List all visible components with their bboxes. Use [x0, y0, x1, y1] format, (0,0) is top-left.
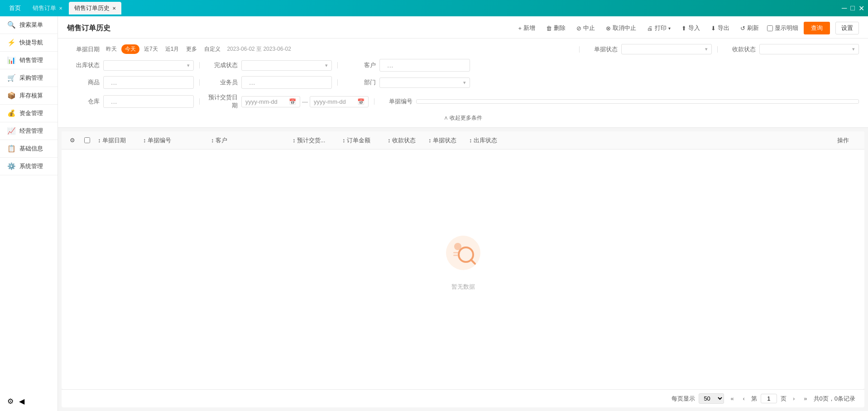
divider-1	[579, 46, 580, 53]
goods-label: 商品	[67, 78, 103, 87]
salesman-dots[interactable]: ...	[249, 78, 255, 87]
date-range-display: 2023-06-02 至 2023-06-02	[227, 45, 291, 53]
page-input[interactable]	[761, 394, 777, 403]
add-button[interactable]: + 新增	[515, 22, 538, 34]
sidebar-item-quick-nav[interactable]: ⚡ 快捷导航	[0, 34, 58, 52]
sidebar-item-finance[interactable]: 💰 资金管理	[0, 105, 58, 122]
sidebar-item-base-info[interactable]: 📋 基础信息	[0, 140, 58, 158]
page-size-label: 每页显示	[671, 395, 695, 403]
collapse-label: ∧ 收起更多条件	[444, 114, 482, 122]
print-button[interactable]: 🖨 打印 ▾	[644, 22, 673, 34]
svg-rect-5	[453, 255, 458, 256]
last-page-btn[interactable]: »	[801, 394, 810, 403]
calendar-icon-1: 📅	[289, 98, 296, 105]
th-date[interactable]: ↕ 单据日期	[94, 136, 139, 145]
th-payment[interactable]: ↕ 收款状态	[384, 136, 425, 145]
stop-button[interactable]: ⊘ 中止	[574, 22, 598, 34]
window-close-btn[interactable]: ✕	[858, 4, 864, 13]
delivery-date-start[interactable]: yyyy-mm-dd 📅	[241, 96, 300, 107]
th-num[interactable]: ↕ 单据编号	[139, 136, 207, 145]
delivery-date-end[interactable]: yyyy-mm-dd 📅	[310, 96, 369, 107]
tab-sales-order-history[interactable]: 销售订单历史 ✕	[69, 2, 121, 15]
minimize-btn[interactable]: ─	[842, 4, 847, 12]
delete-button[interactable]: 🗑 删除	[543, 22, 568, 34]
sidebar-settings-icon[interactable]: ⚙	[7, 397, 14, 406]
sidebar-item-purchase-label: 采购管理	[19, 74, 43, 82]
sidebar-item-sales-label: 销售管理	[19, 56, 43, 64]
th-warehouse-status[interactable]: ↕ 出库状态	[465, 136, 511, 145]
date-btn-custom[interactable]: 自定义	[201, 44, 223, 54]
cancel-stop-button[interactable]: ⊗ 取消中止	[603, 22, 639, 34]
sidebar-item-system[interactable]: ⚙️ 系统管理	[0, 158, 58, 175]
th-delivery[interactable]: ↕ 预计交货...	[289, 136, 339, 145]
doc-status-label: 单据状态	[585, 45, 621, 53]
divider-2	[717, 46, 718, 53]
page-title: 销售订单历史	[67, 24, 110, 33]
setting-button[interactable]: 设置	[835, 22, 859, 34]
import-button[interactable]: ⬆ 导入	[679, 22, 703, 34]
th-amount[interactable]: ↕ 订单金额	[339, 136, 384, 145]
svg-rect-4	[453, 252, 460, 253]
first-page-btn[interactable]: «	[728, 394, 736, 403]
salesman-input[interactable]: ...	[241, 76, 332, 89]
select-all-checkbox[interactable]	[84, 137, 90, 143]
goods-input[interactable]: ...	[103, 76, 194, 89]
delivery-date-start-placeholder: yyyy-mm-dd	[245, 98, 278, 105]
maximize-btn[interactable]: □	[850, 4, 855, 12]
customer-label: 客户	[343, 61, 379, 69]
date-btn-today[interactable]: 今天	[121, 44, 139, 54]
th-doc-status[interactable]: ↕ 单据状态	[425, 136, 465, 145]
sidebar-item-purchase[interactable]: 🛒 采购管理	[0, 69, 58, 87]
payment-status-select[interactable]: ▾	[759, 44, 859, 54]
sidebar-item-inventory[interactable]: 📦 库存核算	[0, 87, 58, 105]
tab-home[interactable]: 首页	[4, 4, 26, 12]
salesman-label: 业务员	[205, 78, 241, 87]
refresh-button[interactable]: ↺ 刷新	[738, 22, 762, 34]
warehouse-out-select[interactable]: ▾	[103, 60, 194, 71]
tab-sales-order-close[interactable]: ✕	[59, 6, 62, 11]
doc-num-input[interactable]	[416, 99, 859, 104]
date-btn-7days[interactable]: 近7天	[141, 44, 161, 54]
customer-dots[interactable]: ...	[387, 61, 393, 69]
sidebar-item-operations[interactable]: 📈 经营管理	[0, 122, 58, 140]
show-detail-checkbox[interactable]: 显示明细	[767, 24, 798, 32]
warehouse-input[interactable]: ...	[103, 95, 194, 108]
prev-page-btn[interactable]: ‹	[740, 394, 748, 403]
date-btn-more[interactable]: 更多	[183, 44, 200, 54]
filter-area: 单据日期 昨天 今天 近7天 近1月 更多 自定义 2023-06-02 至 2…	[58, 39, 868, 128]
show-detail-input[interactable]	[767, 25, 773, 31]
system-icon: ⚙️	[7, 162, 16, 170]
tab-sales-order-history-close[interactable]: ✕	[112, 6, 116, 11]
divider-5	[199, 79, 200, 86]
page-label-pre: 第	[751, 395, 757, 403]
export-button[interactable]: ⬇ 导出	[708, 22, 732, 34]
toolbar: + 新增 🗑 删除 ⊘ 中止 ⊗ 取消中止 🖨 打印	[515, 22, 859, 34]
customer-input[interactable]: ...	[379, 59, 470, 72]
goods-dots[interactable]: ...	[111, 78, 117, 87]
page-size-select[interactable]: 50 10 20 100	[699, 393, 724, 404]
tab-sales-order-history-label: 销售订单历史	[74, 4, 110, 12]
query-button[interactable]: 查询	[804, 22, 830, 34]
complete-status-select[interactable]: ▾	[241, 60, 332, 71]
add-icon: +	[518, 25, 522, 32]
print-icon: 🖨	[647, 25, 653, 32]
collapse-button[interactable]: ∧ 收起更多条件	[67, 114, 859, 122]
date-btn-yesterday[interactable]: 昨天	[103, 44, 120, 54]
empty-text: 暂无数据	[451, 283, 475, 291]
department-select[interactable]: ▾	[379, 77, 470, 88]
th-customer[interactable]: ↕ 客户	[207, 136, 289, 145]
doc-status-select[interactable]: ▾	[621, 44, 712, 54]
divider-7	[199, 98, 200, 105]
tab-sales-order[interactable]: 销售订单 ✕	[27, 2, 68, 15]
warehouse-dots[interactable]: ...	[111, 97, 117, 106]
sidebar-item-search[interactable]: 🔍 搜索菜单	[0, 16, 58, 34]
next-page-btn[interactable]: ›	[790, 394, 797, 403]
date-btn-1month[interactable]: 近1月	[163, 44, 182, 54]
main-layout: 🔍 搜索菜单 ⚡ 快捷导航 📊 销售管理 🛒 采购管理 📦 库存核算 💰 资金管…	[0, 16, 868, 411]
sidebar-item-sales[interactable]: 📊 销售管理	[0, 52, 58, 69]
sidebar-collapse-icon[interactable]: ◀	[19, 397, 24, 406]
filter-row-2: 出库状态 ▾ 完成状态 ▾ 客户 ...	[67, 59, 859, 72]
th-checkbox[interactable]	[80, 137, 94, 143]
th-setting[interactable]: ⚙	[65, 137, 80, 144]
base-info-icon: 📋	[7, 145, 16, 153]
